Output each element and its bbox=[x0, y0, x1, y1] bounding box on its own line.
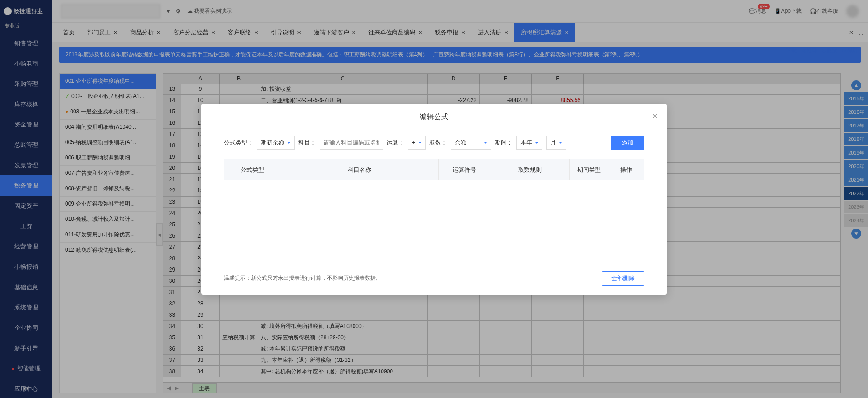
label-type: 公式类型： bbox=[224, 139, 253, 147]
formula-form: 公式类型： 期初余额 科目： 运算： + 取数： 余额 期间： 本年 月 添加 bbox=[201, 131, 667, 159]
add-button[interactable]: 添加 bbox=[611, 136, 644, 150]
fetch-select[interactable]: 余额 bbox=[451, 136, 491, 150]
op-select[interactable]: + bbox=[408, 136, 426, 150]
type-select[interactable]: 期初余额 bbox=[257, 136, 295, 150]
table-header: 运算符号 bbox=[439, 159, 491, 180]
subject-input[interactable] bbox=[320, 136, 383, 150]
clear-all-button[interactable]: 全部删除 bbox=[602, 271, 644, 286]
dialog-title: 编辑公式 bbox=[420, 112, 448, 122]
label-subject: 科目： bbox=[298, 139, 316, 147]
formula-table: 公式类型科目名称运算符号取数规则期间类型操作 bbox=[224, 159, 644, 262]
table-header: 取数规则 bbox=[491, 159, 570, 180]
footer-hint: 温馨提示：新公式只对未出报表进行计算，不影响历史报表数据。 bbox=[224, 274, 381, 282]
period-year-select[interactable]: 本年 bbox=[516, 136, 542, 150]
table-header: 操作 bbox=[609, 159, 644, 180]
table-header: 科目名称 bbox=[281, 159, 439, 180]
label-fetch: 取数： bbox=[429, 139, 447, 147]
period-month-select[interactable]: 月 bbox=[546, 136, 566, 150]
close-icon[interactable]: ✕ bbox=[652, 112, 658, 121]
edit-formula-dialog: 编辑公式 ✕ 公式类型： 期初余额 科目： 运算： + 取数： 余额 期间： 本… bbox=[201, 104, 667, 295]
table-body-empty bbox=[224, 180, 644, 262]
label-op: 运算： bbox=[387, 139, 404, 147]
dialog-header: 编辑公式 ✕ bbox=[201, 104, 667, 131]
table-header: 公式类型 bbox=[224, 159, 281, 180]
table-header: 期间类型 bbox=[570, 159, 609, 180]
label-period: 期间： bbox=[495, 139, 513, 147]
